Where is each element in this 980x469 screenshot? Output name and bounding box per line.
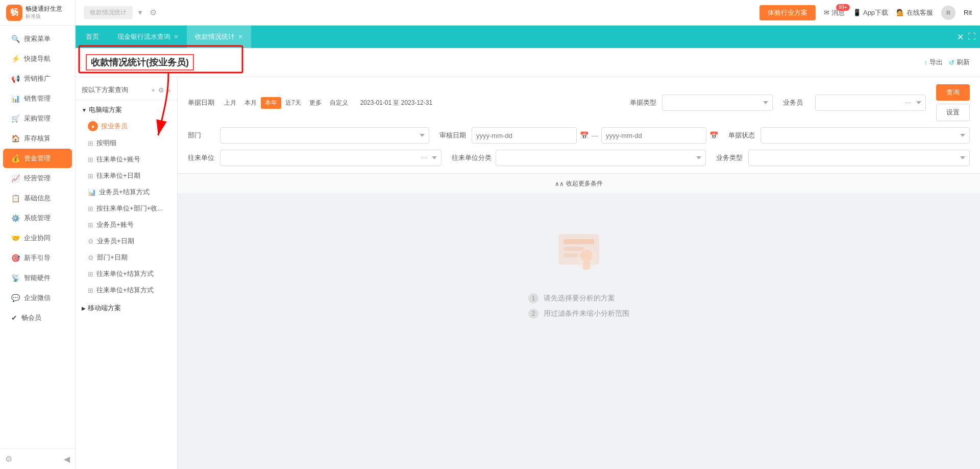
- tab-home[interactable]: 首页: [76, 26, 109, 48]
- tree-item-dept-date[interactable]: ⚙ 部门+日期: [76, 249, 177, 266]
- sidebar-item-sales[interactable]: 📊 销售管理: [3, 89, 72, 108]
- sidebar-nav: 🔍 搜索菜单 ⚡ 快捷导航 📢 营销推广 📊 销售管理 🛒 采购管理 🏠 库存核…: [0, 26, 75, 449]
- tree-item-partner-dept[interactable]: ⊞ 按往来单位+部门+收...: [76, 200, 177, 217]
- export-button[interactable]: ↑ 导出: [924, 58, 943, 67]
- svg-rect-6: [583, 262, 590, 270]
- refresh-button[interactable]: ↺ 刷新: [949, 58, 970, 67]
- sidebar-item-purchase[interactable]: 🛒 采购管理: [3, 109, 72, 128]
- sidebar-item-member[interactable]: ✔ 畅会员: [3, 308, 72, 327]
- partner-category-select[interactable]: [496, 150, 705, 166]
- doctype-select[interactable]: [662, 95, 773, 111]
- salesperson-more-icon[interactable]: ···: [905, 98, 912, 107]
- sidebar-item-guide[interactable]: 🎯 新手引导: [3, 248, 72, 268]
- review-date-to-input[interactable]: [601, 127, 706, 144]
- biz-type-select[interactable]: [748, 150, 970, 166]
- partner-account-icon: ⊞: [88, 156, 93, 163]
- settings-button[interactable]: 设置: [936, 104, 970, 121]
- sidebar-item-marketing[interactable]: 📢 营销推广: [3, 69, 72, 88]
- review-date-from-input[interactable]: [472, 127, 577, 144]
- calendar-to-icon[interactable]: 📅: [709, 131, 718, 139]
- brand-name: 畅捷通好生意: [26, 5, 62, 13]
- date-from: 2023-01-01: [360, 99, 391, 106]
- query-button[interactable]: 查询: [936, 84, 970, 101]
- date-tab-last-month[interactable]: 上月: [220, 97, 240, 109]
- shortcut-icon: ⚡: [11, 55, 20, 63]
- tree-item-partner-date[interactable]: ⊞ 往来单位+日期: [76, 168, 177, 184]
- review-date-filter-item: 审核日期 📅 — 📅: [439, 127, 718, 144]
- collapse-bar[interactable]: ∧∧ 收起更多条件: [178, 174, 980, 193]
- tree-item-partner-settle1[interactable]: ⊞ 往来单位+结算方式: [76, 266, 177, 282]
- tab-bank[interactable]: 现金银行流水查询 ✕: [109, 26, 187, 48]
- date-to: 2023-12-31: [401, 99, 432, 106]
- date-tab-this-month[interactable]: 本月: [240, 97, 261, 109]
- sidebar-item-system[interactable]: ⚙️ 系统管理: [3, 208, 72, 228]
- sidebar-item-search[interactable]: 🔍 搜索菜单: [3, 29, 72, 49]
- refresh-icon: ↺: [949, 59, 954, 66]
- dept-label: 部门: [188, 131, 216, 140]
- settings-icon-footer[interactable]: ⚙: [5, 454, 12, 464]
- sidebar-item-wechat[interactable]: 💬 企业微信: [3, 288, 72, 308]
- step-text-1: 请先选择要分析的方案: [544, 294, 615, 303]
- calendar-from-icon[interactable]: 📅: [580, 131, 589, 139]
- tab-expand-icon[interactable]: ⛶: [968, 32, 976, 41]
- settings-icon-header[interactable]: ⚙: [150, 8, 157, 17]
- biz-type-wrapper: [748, 150, 970, 166]
- doc-status-wrapper: [761, 127, 970, 144]
- user-avatar[interactable]: R: [941, 6, 955, 20]
- date-tab-custom[interactable]: 自定义: [326, 97, 352, 109]
- date-tab-more[interactable]: 更多: [305, 97, 326, 109]
- tree-item-salesperson[interactable]: ● 按业务员: [76, 118, 177, 135]
- tree-item-salesperson-settle[interactable]: 📊 业务员+结算方式: [76, 184, 177, 200]
- sidebar-item-finance[interactable]: 💰 资金管理: [3, 149, 72, 168]
- sidebar-item-inventory[interactable]: 🏠 库存核算: [3, 129, 72, 148]
- sidebar-item-basic[interactable]: 📋 基础信息: [3, 189, 72, 208]
- online-service-area[interactable]: 💁 在线客服: [896, 8, 933, 17]
- tree-item-salesperson-date[interactable]: ⚙ 业务员+日期: [76, 233, 177, 249]
- sidebar-item-enterprise[interactable]: 🤝 企业协同: [3, 228, 72, 248]
- dept-select[interactable]: [220, 127, 429, 144]
- notification-area[interactable]: ✉ 消息 99+: [824, 8, 845, 17]
- panel-collapse-icon[interactable]: «: [167, 86, 171, 94]
- dept-select-wrapper: [220, 127, 429, 144]
- app-download-area[interactable]: 📱 App下载: [853, 8, 888, 17]
- sidebar-item-hardware[interactable]: 📡 智能硬件: [3, 268, 72, 288]
- body-area: 按以下方案查询 + ⚙ « ▼ 电脑端方案 ● 按业务员: [76, 77, 980, 469]
- salesperson-filter-item: 业务员 ···: [783, 95, 926, 111]
- doc-status-select[interactable]: [761, 127, 970, 144]
- trial-button[interactable]: 体验行业方案: [760, 5, 816, 20]
- collapse-sidebar-icon[interactable]: ◀: [64, 454, 70, 464]
- panel-settings-icon[interactable]: ⚙: [158, 86, 164, 94]
- page-title: 收款情况统计(按业务员): [86, 54, 194, 71]
- tree-label-salesperson-account: 业务员+账号: [96, 220, 134, 229]
- sidebar-item-shortcut[interactable]: ⚡ 快捷导航: [3, 49, 72, 68]
- sidebar-label-marketing: 营销推广: [24, 74, 51, 83]
- date-tab-7days[interactable]: 近7天: [281, 97, 305, 109]
- bank-tab-close[interactable]: ✕: [174, 33, 179, 40]
- panel-add-icon[interactable]: +: [151, 86, 155, 94]
- content-area: 1 请先选择要分析的方案 2 用过滤条件来缩小分析范围: [178, 193, 980, 469]
- tree-mobile-header[interactable]: ▶ 移动端方案: [76, 300, 177, 316]
- tree-item-detail[interactable]: ⊞ 按明细: [76, 135, 177, 151]
- collection-tab-close[interactable]: ✕: [238, 33, 243, 40]
- tab-close-all-icon[interactable]: ✕: [957, 32, 964, 42]
- tree-desktop-section: ▼ 电脑端方案 ● 按业务员 ⊞ 按明细 ⊞ 往来单位+账号: [76, 100, 177, 300]
- partner-select[interactable]: [220, 150, 442, 166]
- dropdown-icon[interactable]: ▼: [137, 9, 143, 16]
- sidebar-label-wechat: 企业微信: [24, 293, 51, 302]
- tree-desktop-header[interactable]: ▼ 电脑端方案: [76, 102, 177, 118]
- partner-more-icon[interactable]: ···: [421, 153, 427, 162]
- export-icon: ↑: [924, 59, 928, 66]
- tab-collection[interactable]: 收款情况统计 ✕: [187, 26, 251, 48]
- partner-category-label: 往来单位分类: [452, 153, 492, 162]
- empty-step-2: 2 用过滤条件来缩小分析范围: [528, 309, 629, 319]
- sidebar-item-operations[interactable]: 📈 经营管理: [3, 169, 72, 188]
- svg-rect-1: [564, 239, 594, 244]
- date-tab-this-year[interactable]: 本年: [261, 97, 281, 109]
- tree-item-salesperson-account[interactable]: ⊞ 业务员+账号: [76, 217, 177, 233]
- tree-item-partner-account[interactable]: ⊞ 往来单位+账号: [76, 151, 177, 168]
- tree-label-partner-settle2: 往来单位+结算方式: [96, 286, 154, 295]
- app-download-label: App下载: [863, 8, 888, 17]
- date-range-text: 2023-01-01 至 2023-12-31: [360, 99, 432, 107]
- tree-item-partner-settle2[interactable]: ⊞ 往来单位+结算方式: [76, 282, 177, 298]
- page-actions: ↑ 导出 ↺ 刷新: [924, 58, 970, 67]
